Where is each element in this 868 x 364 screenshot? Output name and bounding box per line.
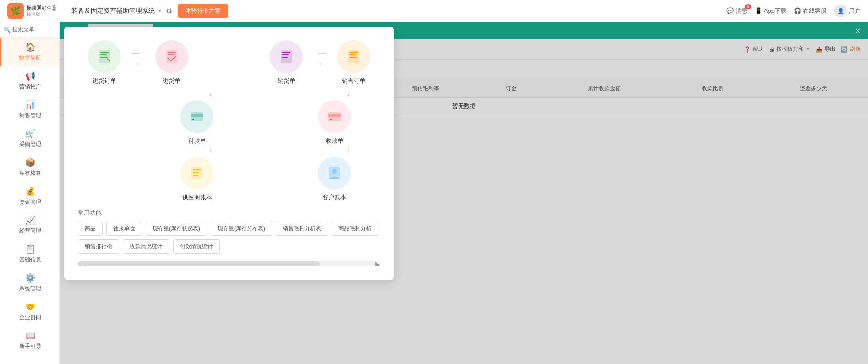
online-service-button[interactable]: 🎧 在线客服: [794, 7, 827, 15]
customer-ledger-circle: [318, 157, 351, 190]
payment-circle: [180, 100, 213, 133]
svg-rect-23: [193, 172, 199, 173]
func-btn-payment-stats[interactable]: 付款情况统计: [173, 239, 220, 254]
svg-rect-22: [193, 169, 201, 170]
svg-point-17: [192, 119, 194, 120]
system-dropdown-arrow[interactable]: ▼: [158, 8, 162, 13]
sidebar-item-inventory[interactable]: 📦 库存核算: [0, 153, 59, 182]
inventory-icon: 📦: [25, 158, 35, 168]
customer-ledger-node[interactable]: 客户账本: [302, 157, 366, 201]
svg-rect-6: [168, 54, 174, 55]
supplier-ledger-circle: [180, 157, 213, 190]
search-icon: 🔍: [4, 27, 11, 33]
system-title[interactable]: 装备及固定资产辅助管理系统 ▼: [71, 7, 162, 15]
logo-text: 畅康通好生意 标准版: [27, 5, 57, 17]
svg-rect-19: [328, 114, 341, 117]
message-button[interactable]: 💬 消息 5: [726, 7, 748, 15]
common-functions-section: 常用功能 商品 往来单位 现存量(库存状况表) 现存量(库存分布表) 销售毛利分…: [78, 209, 380, 254]
modal-overlay[interactable]: 进货订单 - - - → 进货单: [60, 22, 868, 364]
download-icon: 📱: [755, 7, 762, 14]
svg-rect-8: [282, 52, 290, 53]
func-btn-stock-dist[interactable]: 现存量(库存分布表): [211, 222, 272, 236]
app-download-button[interactable]: 📱 App下载: [755, 7, 786, 15]
basic-icon: 📋: [25, 244, 35, 254]
message-icon: 💬: [726, 7, 734, 14]
supplier-ledger-label: 供应商账本: [182, 193, 212, 201]
svg-rect-24: [193, 175, 198, 176]
sidebar-item-quick-nav[interactable]: 🏠 快捷导航: [0, 38, 59, 66]
modal-scrollbar[interactable]: ◀ ▶: [78, 261, 380, 266]
logo-icon: 🌿: [7, 3, 24, 19]
scroll-right-arrow[interactable]: ▶: [375, 261, 380, 266]
svg-point-20: [330, 119, 332, 120]
sales-order-node[interactable]: 销售订单: [327, 40, 380, 85]
sidebar-item-collab[interactable]: 🤝 企业协同: [0, 297, 59, 326]
sales-icon: 📊: [25, 100, 35, 110]
user-avatar: 👤: [834, 5, 847, 17]
func-btn-sales-profit[interactable]: 销售毛利分析表: [276, 222, 328, 236]
message-badge: 5: [745, 4, 751, 9]
svg-rect-14: [349, 57, 357, 58]
sidebar-item-purchase[interactable]: 🛒 采购管理: [0, 124, 59, 153]
arrow-h1: - - - →: [131, 48, 145, 78]
try-industry-button[interactable]: 体验行业方案: [178, 4, 228, 18]
search-menu-item[interactable]: 🔍 搜索菜单: [0, 22, 59, 38]
sidebar-item-finance[interactable]: 💰 资金管理: [0, 182, 59, 211]
sidebar-item-system[interactable]: ⚙️ 系统管理: [0, 268, 59, 297]
guide-icon: 📖: [25, 331, 35, 341]
purchase-receipt-label: 进货单: [163, 77, 180, 85]
sales-order-circle: [337, 40, 370, 73]
sales-invoice-label: 销货单: [278, 77, 295, 85]
sales-order-label: 销售订单: [342, 77, 366, 85]
payment-node[interactable]: 付款单: [165, 100, 229, 145]
sales-invoice-circle: [270, 40, 303, 73]
func-btn-receipt-stats[interactable]: 收款情况统计: [123, 239, 169, 254]
common-functions-title: 常用功能: [78, 209, 380, 217]
content-area: 首页 销售订单执行表 ✕ ✕ ❓ 帮助 🖨 按模板打印 ▼: [60, 22, 868, 364]
receipt-node[interactable]: 收款单: [302, 100, 366, 145]
svg-rect-9: [282, 54, 289, 55]
logo-section: 🌿 畅康通好生意 标准版: [7, 3, 67, 19]
arrow-h2: - - - →: [313, 48, 327, 78]
purchase-receipt-circle: [155, 40, 188, 73]
supplier-ledger-node[interactable]: 供应商账本: [165, 157, 229, 201]
receipt-circle: [318, 100, 351, 133]
sidebar-item-operations[interactable]: 📈 经营管理: [0, 211, 59, 239]
svg-rect-5: [168, 52, 176, 53]
gear-button[interactable]: ⚙: [166, 6, 172, 15]
collab-icon: 🤝: [25, 302, 35, 312]
payment-label: 付款单: [188, 137, 206, 145]
receipt-label: 收款单: [326, 137, 344, 145]
top-right-area: 💬 消息 5 📱 App下载 🎧 在线客服 👤 用户: [726, 5, 861, 17]
func-btn-goods-profit[interactable]: 商品毛利分析: [332, 222, 378, 236]
svg-rect-12: [349, 52, 358, 53]
purchase-order-circle: [88, 40, 121, 73]
sales-invoice-node[interactable]: 销货单: [260, 40, 313, 85]
svg-rect-10: [282, 57, 288, 58]
func-btn-stock-status[interactable]: 现存量(库存状况表): [146, 222, 207, 236]
svg-rect-13: [349, 54, 356, 55]
purchase-order-label: 进货订单: [93, 77, 116, 85]
func-btn-counterparty[interactable]: 往来单位: [106, 222, 142, 236]
svg-rect-2: [100, 54, 107, 55]
func-btn-sales-rank[interactable]: 销售排行榜: [78, 239, 119, 254]
operations-icon: 📈: [25, 215, 35, 225]
sidebar-item-basic[interactable]: 📋 基础信息: [0, 239, 59, 268]
purchase-receipt-node[interactable]: 进货单: [145, 40, 199, 85]
function-buttons-row2: 销售排行榜 收款情况统计 付款情况统计: [78, 239, 380, 254]
service-icon: 🎧: [794, 7, 801, 14]
sidebar-item-sales[interactable]: 📊 销售管理: [0, 95, 59, 124]
customer-ledger-label: 客户账本: [322, 193, 346, 201]
func-btn-goods[interactable]: 商品: [78, 222, 103, 236]
sidebar-item-marketing[interactable]: 📢 营销推广: [0, 66, 59, 95]
purchase-order-node[interactable]: 进货订单: [78, 40, 131, 85]
svg-rect-1: [100, 52, 109, 53]
finance-icon: 💰: [25, 186, 35, 196]
scrollbar-thumb[interactable]: [78, 261, 320, 266]
sidebar: 🔍 搜索菜单 🏠 快捷导航 📢 营销推广 📊 销售管理 🛒 采购管理 📦: [0, 22, 60, 364]
user-menu[interactable]: 👤 用户: [834, 5, 861, 17]
purchase-icon: 🛒: [25, 129, 35, 139]
function-buttons-row1: 商品 往来单位 现存量(库存状况表) 现存量(库存分布表) 销售毛利分析表 商品…: [78, 222, 380, 236]
sidebar-item-guide[interactable]: 📖 新手引导: [0, 326, 59, 355]
system-icon: ⚙️: [25, 273, 35, 283]
